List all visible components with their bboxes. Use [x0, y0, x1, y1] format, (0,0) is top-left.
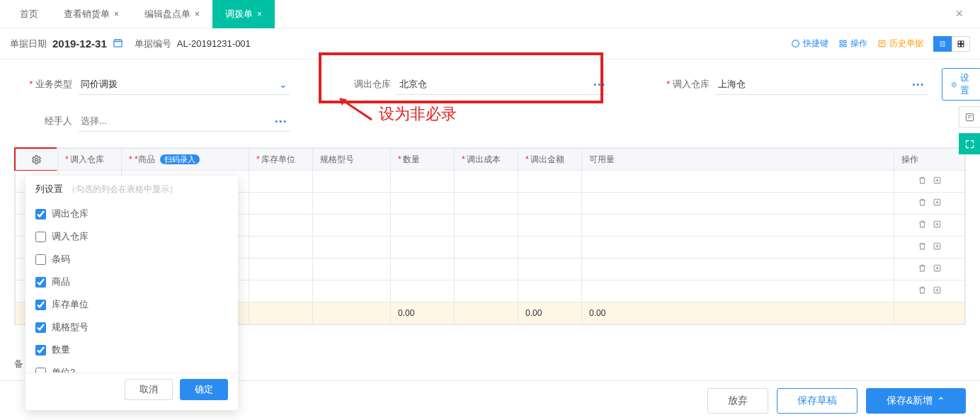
- save-new-button[interactable]: 保存&新增 ⌃: [866, 388, 966, 414]
- th-qty: 数量: [391, 149, 455, 171]
- th-product: *商品 扫码录入: [122, 149, 249, 171]
- svg-rect-10: [962, 44, 964, 47]
- annotation-text: 设为非必录: [379, 103, 457, 125]
- tab-home[interactable]: 首页: [7, 0, 51, 28]
- delete-row-icon[interactable]: [918, 242, 927, 253]
- svg-rect-5: [844, 45, 846, 47]
- th-out-amount: 调出金额: [518, 149, 582, 171]
- svg-point-12: [35, 158, 38, 161]
- document-header: 单据日期 2019-12-31 单据编号 AL-20191231-001 快捷键…: [0, 28, 980, 59]
- svg-rect-7: [958, 41, 961, 44]
- settings-button[interactable]: 设置: [942, 68, 980, 101]
- close-icon[interactable]: ×: [114, 9, 119, 19]
- field-in-warehouse: 调入仓库 上海仓 •••: [651, 68, 928, 101]
- delete-row-icon[interactable]: [918, 198, 927, 209]
- check-item-in-wh[interactable]: 调入仓库: [35, 225, 228, 248]
- chevron-up-icon: ⌃: [937, 395, 945, 407]
- check-item-unit2[interactable]: 单位2: [35, 361, 228, 373]
- checkbox[interactable]: [35, 209, 46, 220]
- cancel-button[interactable]: 取消: [125, 379, 173, 400]
- docno-label: 单据编号: [135, 38, 171, 50]
- check-item-barcode[interactable]: 条码: [35, 248, 228, 271]
- add-row-icon[interactable]: [933, 285, 942, 297]
- tab-sales-view[interactable]: 查看销货单×: [51, 0, 132, 28]
- discard-button[interactable]: 放弃: [707, 388, 768, 414]
- checkbox[interactable]: [35, 322, 46, 333]
- field-handler: 经手人 •••: [14, 110, 290, 132]
- add-row-icon[interactable]: [933, 198, 942, 209]
- window-close-button[interactable]: ×: [945, 6, 973, 21]
- checkbox[interactable]: [35, 345, 46, 356]
- remark-label: 备: [14, 358, 23, 370]
- tab-inventory-edit[interactable]: 编辑盘点单×: [132, 0, 212, 28]
- view-list-button[interactable]: [933, 36, 952, 52]
- svg-point-1: [792, 40, 799, 47]
- docno-value: AL-20191231-001: [177, 38, 251, 49]
- add-row-icon[interactable]: [933, 242, 942, 253]
- svg-rect-2: [840, 40, 842, 42]
- chevron-down-icon: ⌄: [279, 79, 287, 90]
- delete-row-icon[interactable]: [918, 263, 927, 275]
- more-icon[interactable]: •••: [593, 80, 606, 89]
- svg-rect-3: [844, 40, 846, 42]
- side-dock: [959, 106, 980, 154]
- in-wh-select[interactable]: 上海仓 •••: [715, 74, 928, 95]
- view-grid-button[interactable]: [952, 36, 970, 52]
- close-icon[interactable]: ×: [257, 9, 262, 19]
- history-link[interactable]: 历史单据: [877, 38, 923, 50]
- biz-type-label: 业务类型: [14, 78, 78, 91]
- out-wh-select[interactable]: 北京仓 •••: [397, 74, 609, 95]
- svg-rect-8: [962, 41, 964, 44]
- delete-row-icon[interactable]: [918, 285, 927, 297]
- add-row-icon[interactable]: [933, 220, 942, 231]
- svg-rect-0: [114, 40, 122, 47]
- add-row-icon[interactable]: [933, 263, 942, 275]
- close-icon[interactable]: ×: [195, 9, 200, 19]
- form-area: 业务类型 同价调拨 ⌄ 调出仓库 北京仓 ••• 调入仓库 上海仓 ••• 设置: [0, 59, 980, 147]
- checkbox[interactable]: [35, 232, 46, 242]
- field-biz-type: 业务类型 同价调拨 ⌄: [14, 68, 290, 101]
- operate-link[interactable]: 操作: [838, 38, 867, 50]
- add-row-icon[interactable]: [933, 176, 942, 187]
- check-item-spec[interactable]: 规格型号: [35, 316, 228, 339]
- svg-rect-9: [958, 44, 961, 47]
- date-value[interactable]: 2019-12-31: [52, 38, 107, 50]
- confirm-button[interactable]: 确定: [180, 379, 228, 400]
- view-toggle: [933, 36, 970, 52]
- annotation-arrow-icon: [333, 95, 375, 123]
- th-stock-unit: 库存单位: [249, 149, 313, 171]
- shortcut-link[interactable]: 快捷键: [791, 38, 828, 50]
- tabs-bar: 首页 查看销货单× 编辑盘点单× 调拨单× ×: [0, 0, 980, 28]
- handler-select[interactable]: •••: [78, 110, 290, 132]
- th-actions: 操作: [894, 149, 965, 171]
- scan-tag[interactable]: 扫码录入: [160, 154, 200, 164]
- checkbox[interactable]: [35, 254, 46, 265]
- check-item-qty[interactable]: 数量: [35, 339, 228, 361]
- th-out-cost: 调出成本: [455, 149, 518, 171]
- checkbox[interactable]: [35, 277, 46, 288]
- column-settings-popover: 列设置（勾选的列会在表格中显示） 调出仓库 调入仓库 条码 商品 库存单位 规格…: [25, 176, 238, 410]
- dock-note-button[interactable]: [959, 106, 980, 127]
- out-wh-label: 调出仓库: [333, 78, 397, 91]
- more-icon[interactable]: •••: [275, 117, 287, 125]
- handler-input[interactable]: [81, 115, 275, 126]
- biz-type-select[interactable]: 同价调拨 ⌄: [78, 74, 290, 95]
- svg-rect-4: [840, 45, 842, 47]
- checkbox[interactable]: [35, 368, 46, 373]
- in-wh-label: 调入仓库: [651, 78, 715, 91]
- more-icon[interactable]: •••: [912, 80, 925, 89]
- save-draft-button[interactable]: 保存草稿: [777, 388, 858, 414]
- calendar-icon[interactable]: [113, 38, 123, 50]
- th-avail: 可用量: [582, 149, 894, 171]
- check-item-unit[interactable]: 库存单位: [35, 293, 228, 316]
- delete-row-icon[interactable]: [918, 176, 927, 187]
- tab-transfer[interactable]: 调拨单×: [212, 0, 275, 28]
- checkbox[interactable]: [35, 300, 46, 310]
- delete-row-icon[interactable]: [918, 220, 927, 231]
- check-item-out-wh[interactable]: 调出仓库: [35, 203, 228, 225]
- date-label: 单据日期: [10, 38, 47, 50]
- check-item-product[interactable]: 商品: [35, 271, 228, 293]
- th-spec: 规格型号: [313, 149, 391, 171]
- dock-expand-button[interactable]: [959, 133, 980, 154]
- column-settings-button[interactable]: [23, 149, 50, 170]
